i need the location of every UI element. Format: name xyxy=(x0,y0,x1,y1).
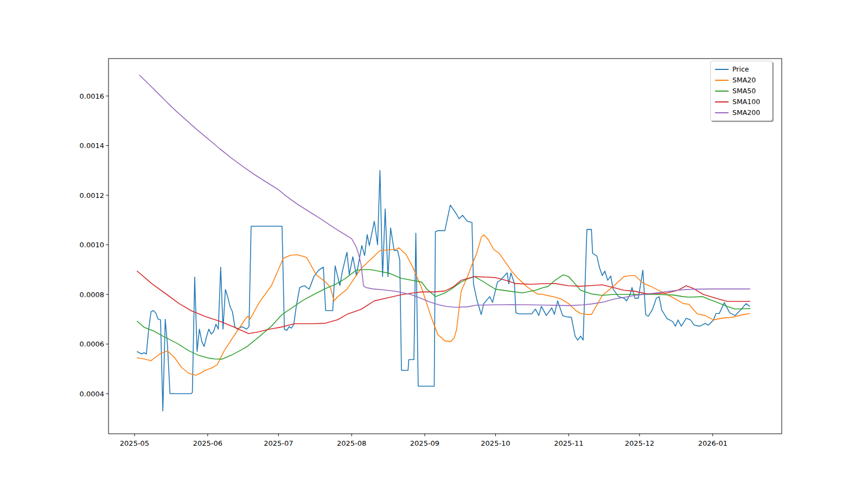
x-tick-label: 2025-07 xyxy=(264,439,293,447)
x-tick-label: 2025-08 xyxy=(337,439,366,447)
chart-figure: 2025-05 2025-06 2025-07 2025-08 2025-09 … xyxy=(0,0,868,488)
x-tick-label: 2025-05 xyxy=(120,439,149,447)
legend-label: SMA20 xyxy=(732,76,756,84)
legend: Price SMA20 SMA50 SMA100 SMA200 xyxy=(710,61,773,121)
legend-item-sma100: SMA100 xyxy=(715,98,768,106)
chart-series xyxy=(137,75,750,411)
y-tick-label: 0.0004 xyxy=(80,390,105,398)
y-tick-label: 0.0016 xyxy=(80,92,105,100)
x-tick-label: 2025-10 xyxy=(481,439,510,447)
legend-item-sma20: SMA20 xyxy=(715,76,768,84)
axis-tick-marks xyxy=(106,96,713,436)
legend-label: SMA100 xyxy=(732,98,760,106)
legend-item-sma200: SMA200 xyxy=(715,108,768,117)
legend-line-swatch-sma50 xyxy=(715,91,729,92)
series-line-sma50 xyxy=(137,269,750,359)
y-tick-label: 0.0008 xyxy=(80,291,105,299)
plot-area xyxy=(108,59,782,434)
series-line-sma200 xyxy=(139,75,750,307)
y-axis-tick-labels: 0.0004 0.0006 0.0008 0.0010 0.0012 0.001… xyxy=(80,92,105,398)
legend-line-swatch-sma100 xyxy=(715,101,729,102)
series-line-sma20 xyxy=(137,235,750,375)
x-tick-label: 2026-01 xyxy=(698,439,727,447)
legend-item-sma50: SMA50 xyxy=(715,87,768,95)
y-tick-label: 0.0014 xyxy=(80,142,105,150)
x-tick-label: 2025-09 xyxy=(410,439,439,447)
legend-label: Price xyxy=(732,65,749,73)
x-tick-label: 2025-12 xyxy=(625,439,654,447)
legend-label: SMA200 xyxy=(732,108,760,117)
x-tick-label: 2025-11 xyxy=(554,439,583,447)
legend-line-swatch-sma20 xyxy=(715,80,729,81)
legend-label: SMA50 xyxy=(732,87,756,95)
legend-line-swatch-price xyxy=(715,69,729,70)
y-tick-label: 0.0006 xyxy=(80,340,105,348)
legend-line-swatch-sma200 xyxy=(715,112,729,113)
legend-item-price: Price xyxy=(715,65,768,73)
y-tick-label: 0.0012 xyxy=(80,191,105,200)
x-tick-label: 2025-06 xyxy=(193,439,222,447)
x-axis-tick-labels: 2025-05 2025-06 2025-07 2025-08 2025-09 … xyxy=(120,439,727,447)
y-tick-label: 0.0010 xyxy=(80,241,105,249)
